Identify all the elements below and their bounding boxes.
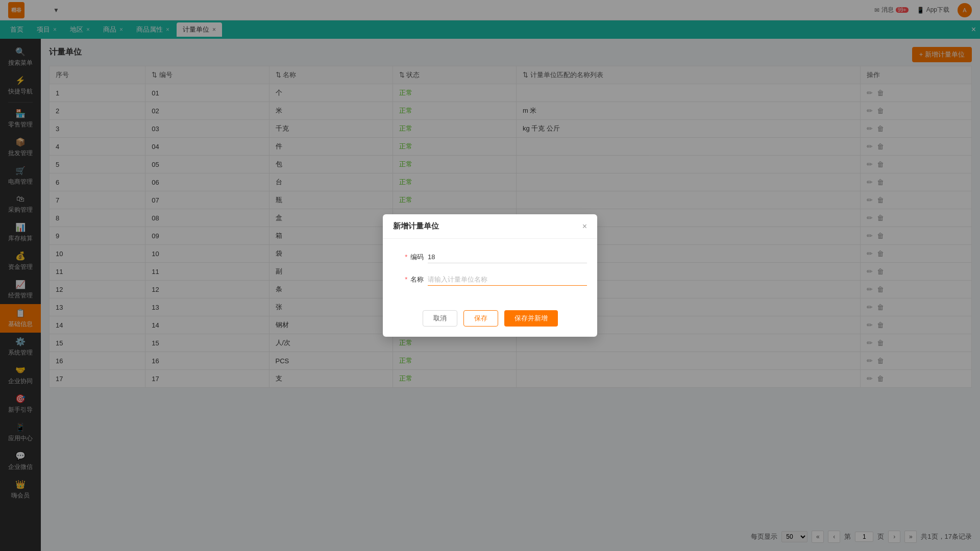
save-button[interactable]: 保存	[463, 310, 498, 327]
name-input[interactable]	[428, 273, 587, 286]
name-label-text: 名称	[410, 276, 424, 283]
code-label-text: 编码	[410, 253, 424, 261]
name-required: *	[405, 276, 407, 283]
modal-overlay: 新增计量单位 × * 编码 * 名称 取消 保存 保存并新增	[0, 0, 980, 551]
modal-footer: 取消 保存 保存并新增	[383, 304, 597, 337]
modal-header: 新增计量单位 ×	[383, 214, 597, 239]
cancel-button[interactable]: 取消	[423, 310, 457, 327]
code-input[interactable]	[428, 251, 587, 263]
modal-title: 新增计量单位	[393, 221, 439, 231]
code-label: * 编码	[393, 253, 424, 262]
code-row: * 编码	[393, 251, 587, 263]
name-label: * 名称	[393, 275, 424, 284]
save-new-button[interactable]: 保存并新增	[504, 310, 558, 327]
code-required: *	[405, 253, 407, 261]
modal-body: * 编码 * 名称	[383, 239, 597, 304]
name-row: * 名称	[393, 273, 587, 286]
modal-close-btn[interactable]: ×	[582, 222, 587, 231]
add-unit-modal: 新增计量单位 × * 编码 * 名称 取消 保存 保存并新增	[383, 214, 597, 337]
